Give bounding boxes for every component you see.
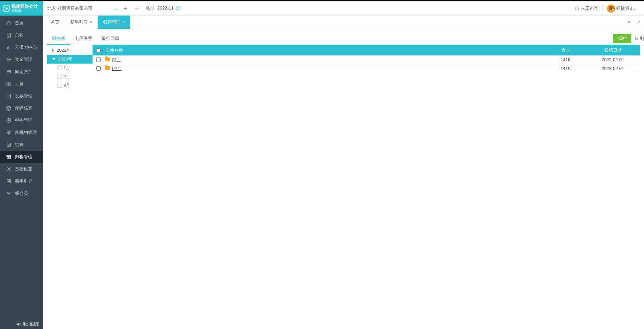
tree-year[interactable]: 2022年 bbox=[47, 46, 93, 55]
year-label: 2023年 bbox=[58, 56, 72, 62]
svg-point-8 bbox=[9, 131, 10, 132]
ledger-icon bbox=[6, 32, 11, 38]
vip-icon bbox=[6, 191, 11, 196]
tree-month[interactable]: 2月 bbox=[47, 72, 93, 81]
col-name: 文件名称 bbox=[104, 47, 542, 53]
chevron-down-icon: ⌄ bbox=[115, 6, 118, 11]
nav-item-archive[interactable]: 归档管理 bbox=[0, 151, 43, 163]
file-link[interactable]: 02月 bbox=[112, 66, 121, 71]
divider bbox=[602, 5, 603, 12]
archive-icon bbox=[6, 154, 11, 160]
tax-icon bbox=[6, 118, 11, 123]
folder-outline-icon bbox=[57, 84, 61, 88]
settings-button[interactable] bbox=[132, 4, 141, 13]
close-all-tabs[interactable]: ✕ bbox=[625, 18, 633, 26]
nav-label: 首页 bbox=[15, 20, 24, 26]
svg-rect-3 bbox=[7, 83, 11, 85]
subtab-银行回单[interactable]: 银行回单 bbox=[97, 33, 124, 45]
content-archive: 财务账电子发票银行回单 归档 ↻ 刷新 2022年2023年1月2月3月 文件名… bbox=[43, 29, 644, 329]
tree-year[interactable]: 2023年 bbox=[47, 55, 93, 64]
nav-label: 多机构管理 bbox=[15, 130, 37, 136]
tab-归档管理[interactable]: 归档管理× bbox=[98, 16, 130, 29]
nav-item-ledger[interactable]: 总账 bbox=[0, 29, 43, 41]
subtab-财务账[interactable]: 财务账 bbox=[47, 33, 70, 45]
nav-label: 发票管理 bbox=[15, 93, 32, 99]
file-link[interactable]: 01月 bbox=[112, 57, 121, 62]
refresh-label: 刷新 bbox=[640, 36, 644, 42]
col-size: 大小 bbox=[542, 47, 589, 53]
nav-item-inventory[interactable]: 库存核算 bbox=[0, 102, 43, 114]
folder-outline-icon bbox=[57, 75, 61, 79]
close-icon[interactable]: × bbox=[123, 20, 125, 25]
nav-label: 基础设置 bbox=[15, 166, 32, 172]
tab-label: 首页 bbox=[51, 19, 59, 25]
subtab-电子发票[interactable]: 电子发票 bbox=[70, 33, 97, 45]
cloud-icon: ✦ bbox=[3, 5, 10, 12]
gear-icon bbox=[6, 166, 11, 172]
nav-label: 结账 bbox=[15, 142, 24, 148]
inventory-icon bbox=[6, 105, 11, 111]
tab-bar: 首页新手引导×归档管理× ✕ ⤢ bbox=[43, 16, 644, 29]
sidebar: ✦ 畅捷通好会计 旗舰版 首页总账云报表中心资金管理固定资产工资发票管理库存核算… bbox=[0, 1, 43, 329]
period-label: 账期 bbox=[146, 5, 155, 11]
month-label: 2月 bbox=[63, 74, 70, 80]
nav-item-home[interactable]: 首页 bbox=[0, 17, 43, 29]
tree-month[interactable]: 1月 bbox=[47, 64, 93, 72]
file-size: 141K bbox=[542, 66, 589, 71]
tab-新手引导[interactable]: 新手引导× bbox=[65, 16, 98, 29]
year-label: 2022年 bbox=[57, 47, 71, 53]
company-selector[interactable]: 北京 对啊酒店有限公司 ⌄ bbox=[47, 5, 118, 11]
caret-down-icon bbox=[52, 58, 55, 60]
close-icon[interactable]: × bbox=[90, 20, 92, 25]
svg-rect-16 bbox=[176, 6, 180, 10]
avatar-icon: 🐯 bbox=[607, 4, 615, 13]
user-menu[interactable]: 🐯 畅捷通B组... bbox=[607, 4, 640, 13]
refresh-icon: ↻ bbox=[635, 36, 638, 41]
svg-point-4 bbox=[8, 84, 9, 85]
expand-tabs[interactable]: ⤢ bbox=[635, 18, 643, 26]
tree-month[interactable]: 3月 bbox=[47, 81, 93, 90]
select-all-checkbox[interactable] bbox=[96, 48, 101, 53]
user-name: 畅捷通B组... bbox=[616, 5, 640, 11]
refresh-button[interactable]: ↻ 刷新 bbox=[635, 36, 644, 42]
nav-item-tax[interactable]: 税务管理 bbox=[0, 114, 43, 126]
nav-label: 税务管理 bbox=[15, 117, 32, 123]
svg-point-7 bbox=[7, 131, 8, 132]
brand-logo: ✦ 畅捷通好会计 旗舰版 bbox=[0, 1, 43, 16]
nav-label: 总账 bbox=[15, 32, 24, 38]
nav-item-asset[interactable]: 固定资产 bbox=[0, 66, 43, 78]
nav-item-close[interactable]: 结账 bbox=[0, 139, 43, 151]
nav-label: 新手引导 bbox=[15, 178, 32, 184]
calendar-icon[interactable] bbox=[176, 5, 180, 11]
unpin-label: 取消固定 bbox=[23, 321, 39, 327]
caret-right-icon bbox=[52, 49, 54, 52]
add-company-button[interactable] bbox=[121, 4, 130, 13]
archive-button[interactable]: 归档 bbox=[613, 34, 631, 43]
table-row: 02月141K2023-02-01 bbox=[93, 64, 640, 73]
nav-item-org[interactable]: 多机构管理 bbox=[0, 126, 43, 139]
folder-icon bbox=[105, 57, 110, 61]
nav-item-fund[interactable]: 资金管理 bbox=[0, 53, 43, 66]
invoice-icon bbox=[6, 93, 11, 99]
archive-date: 2023-02-01 bbox=[589, 66, 640, 71]
support-link[interactable]: 人工咨询 bbox=[575, 5, 598, 11]
nav-item-invoice[interactable]: 发票管理 bbox=[0, 90, 43, 102]
salary-icon bbox=[6, 81, 11, 87]
file-size: 141K bbox=[542, 57, 589, 62]
row-checkbox[interactable] bbox=[96, 66, 101, 71]
row-checkbox[interactable] bbox=[96, 57, 101, 62]
nav-item-gear[interactable]: 基础设置 bbox=[0, 163, 43, 175]
nav-item-guide[interactable]: 新手引导 bbox=[0, 175, 43, 187]
unpin-sidebar[interactable]: ◀» 取消固定 bbox=[0, 319, 43, 329]
tab-label: 新手引导 bbox=[70, 19, 88, 25]
speaker-icon: ◀» bbox=[16, 322, 22, 326]
support-label: 人工咨询 bbox=[581, 5, 598, 11]
nav-item-chart[interactable]: 云报表中心 bbox=[0, 41, 43, 53]
tab-label: 归档管理 bbox=[103, 19, 121, 25]
nav-item-salary[interactable]: 工资 bbox=[0, 78, 43, 90]
folder-icon bbox=[105, 66, 110, 70]
period-value[interactable]: 2022-11 bbox=[157, 5, 174, 11]
tab-首页[interactable]: 首页 bbox=[45, 16, 65, 29]
nav-item-vip[interactable]: 畅会员 bbox=[0, 187, 43, 199]
col-date: 归档日期 bbox=[589, 47, 640, 53]
